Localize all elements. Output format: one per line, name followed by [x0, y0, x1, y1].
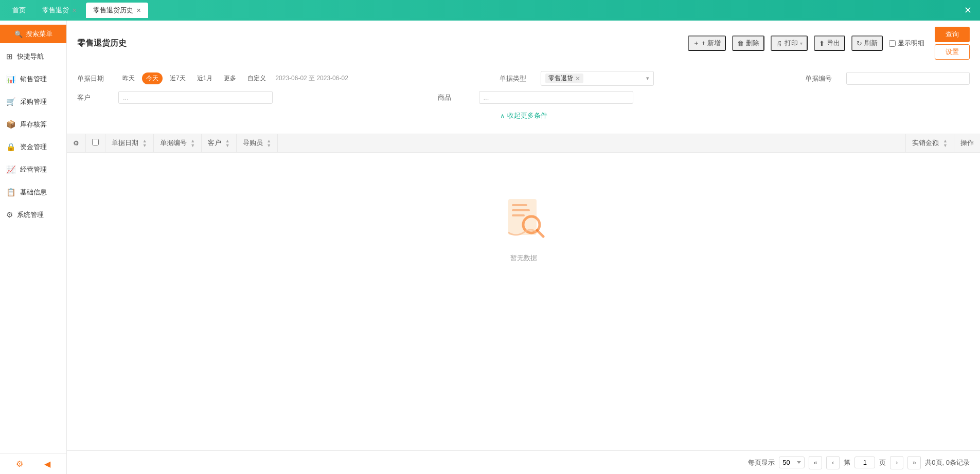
- show-detail-checkbox[interactable]: [889, 40, 896, 47]
- doc-number-input[interactable]: [846, 72, 970, 85]
- doc-type-label: 单据类型: [500, 74, 541, 83]
- prev-page-button[interactable]: ‹: [826, 456, 840, 469]
- top-bar: 首页 零售退货 ✕ 零售退货历史 ✕ ✕: [0, 0, 980, 21]
- doc-type-value: 零售退货: [548, 74, 573, 83]
- customer-label: 客户: [77, 93, 118, 102]
- refresh-button[interactable]: ↻ 刷新: [851, 35, 883, 51]
- tab-retail-return[interactable]: 零售退货 ✕: [35, 3, 84, 18]
- refresh-icon: ↻: [857, 40, 862, 47]
- settings-icon[interactable]: ⚙: [73, 139, 79, 147]
- doc-type-remove-icon[interactable]: ✕: [575, 75, 580, 82]
- inventory-icon: 📦: [6, 120, 16, 129]
- tab-retail-return-close[interactable]: ✕: [72, 7, 77, 14]
- basic-info-icon: 📋: [6, 188, 16, 197]
- th-doc-date[interactable]: 单据日期 ▲▼: [105, 134, 154, 152]
- svg-rect-1: [512, 204, 527, 206]
- print-label: 打印: [785, 39, 798, 48]
- sales-icon: 📊: [6, 75, 16, 84]
- customer-input[interactable]: [118, 91, 273, 104]
- sidebar-item-sys-mgmt[interactable]: ⚙ 系统管理: [0, 204, 66, 226]
- page-label-prefix: 第: [844, 458, 850, 467]
- purchase-icon: 🛒: [6, 97, 16, 106]
- new-button[interactable]: ＋ + 新增: [688, 35, 726, 51]
- sidebar-item-quick-nav-label: 快捷导航: [17, 52, 44, 61]
- total-text: 共0页, 0条记录: [925, 458, 970, 467]
- th-settings[interactable]: ⚙: [67, 134, 86, 152]
- customer-sort-icon: ▲▼: [225, 139, 230, 148]
- th-doc-date-label: 单据日期: [112, 139, 138, 147]
- th-customer[interactable]: 客户 ▲▼: [202, 134, 237, 152]
- sidebar-item-sales-mgmt[interactable]: 📊 销售管理: [0, 68, 66, 90]
- empty-state: 暂无数据: [67, 153, 980, 304]
- sidebar-item-inventory-calc[interactable]: 📦 库存核算: [0, 113, 66, 136]
- empty-text: 暂无数据: [510, 253, 537, 263]
- date-btn-custom[interactable]: 自定义: [243, 72, 270, 84]
- sidebar-item-fund-label: 资金管理: [20, 142, 47, 152]
- th-spacer: [278, 134, 906, 152]
- th-customer-label: 客户: [208, 139, 221, 147]
- next-page-button[interactable]: ›: [890, 456, 903, 469]
- table-wrapper: ⚙ 单据日期 ▲▼ 单据编号 ▲▼: [67, 134, 980, 450]
- show-detail-label: 显示明细: [898, 39, 924, 48]
- doc-type-select[interactable]: 零售退货 ✕ ▾: [541, 71, 654, 86]
- th-checkbox[interactable]: [86, 134, 105, 152]
- date-btn-yesterday[interactable]: 昨天: [118, 72, 139, 84]
- search-icon: 🔍: [14, 30, 23, 38]
- doc-type-tag: 零售退货 ✕: [545, 74, 583, 83]
- export-button[interactable]: ⬆ 导出: [814, 35, 845, 51]
- date-btn-today[interactable]: 今天: [142, 72, 163, 84]
- page-header: 零售退货历史 ＋ + 新增 🗑 删除 🖨 打印 ▾: [67, 21, 980, 134]
- amount-sort-icon: ▲▼: [943, 139, 948, 148]
- tab-retail-return-label: 零售退货: [42, 6, 69, 15]
- fund-icon: 🔒: [6, 142, 16, 152]
- tab-home[interactable]: 首页: [5, 3, 33, 18]
- collapse-sidebar-icon[interactable]: ◀: [44, 459, 50, 469]
- sidebar-search[interactable]: 🔍 搜索菜单: [0, 25, 66, 43]
- select-all-checkbox[interactable]: [92, 139, 99, 145]
- sidebar-item-purchase-mgmt[interactable]: 🛒 采购管理: [0, 90, 66, 113]
- first-page-button[interactable]: «: [809, 456, 822, 469]
- th-guide-label: 导购员: [243, 139, 263, 147]
- data-table: ⚙ 单据日期 ▲▼ 单据编号 ▲▼: [67, 134, 980, 153]
- page-number-input[interactable]: [854, 457, 875, 468]
- delete-button[interactable]: 🗑 删除: [732, 35, 764, 51]
- sidebar-item-ops-mgmt[interactable]: 📈 经营管理: [0, 158, 66, 181]
- print-button[interactable]: 🖨 打印 ▾: [771, 35, 808, 51]
- page-label-suffix: 页: [879, 458, 886, 467]
- sidebar-item-inventory-label: 库存核算: [20, 120, 47, 129]
- settings-button[interactable]: 设置: [935, 44, 970, 60]
- query-button[interactable]: 查询: [935, 27, 970, 42]
- collapse-button[interactable]: ∧ 收起更多条件: [500, 111, 547, 120]
- tab-retail-return-history[interactable]: 零售退货历史 ✕: [86, 3, 148, 18]
- sidebar-item-basic-info[interactable]: 📋 基础信息: [0, 181, 66, 204]
- refresh-label: 刷新: [864, 39, 878, 48]
- date-btn-more[interactable]: 更多: [220, 72, 240, 84]
- goods-label: 商品: [438, 93, 479, 102]
- sidebar-bottom: ⚙ ◀: [0, 453, 66, 474]
- sidebar-item-quick-nav[interactable]: ⊞ 快捷导航: [0, 45, 66, 68]
- sys-icon: ⚙: [6, 210, 13, 220]
- date-group: 昨天 今天 近7天 近1月 更多 自定义 2023-06-02 至 2023-0…: [118, 72, 348, 84]
- date-btn-7days[interactable]: 近7天: [166, 72, 190, 84]
- sidebar-item-fund-mgmt[interactable]: 🔒 资金管理: [0, 136, 66, 158]
- main-content: 零售退货历史 ＋ + 新增 🗑 删除 🖨 打印 ▾: [67, 21, 980, 474]
- layout: 🔍 搜索菜单 ⊞ 快捷导航 📊 销售管理 🛒 采购管理 📦 库存核算 🔒 资金管…: [0, 21, 980, 474]
- th-doc-number[interactable]: 单据编号 ▲▼: [153, 134, 202, 152]
- export-label: 导出: [827, 39, 840, 48]
- tab-retail-return-history-close[interactable]: ✕: [136, 7, 141, 14]
- date-btn-1month[interactable]: 近1月: [193, 72, 217, 84]
- filter-row-2: 客户 商品: [77, 91, 970, 104]
- window-close-button[interactable]: ✕: [964, 6, 972, 15]
- th-amount[interactable]: 实销金额 ▲▼: [906, 134, 954, 152]
- settings-bottom-icon[interactable]: ⚙: [16, 459, 23, 469]
- svg-line-5: [537, 230, 543, 236]
- last-page-button[interactable]: »: [907, 456, 921, 469]
- empty-illustration: [498, 194, 549, 245]
- th-guide[interactable]: 导购员 ▲▼: [236, 134, 278, 152]
- page-size-select[interactable]: 50 10 20 100: [779, 457, 805, 468]
- goods-input[interactable]: [479, 91, 633, 104]
- tab-home-label: 首页: [12, 6, 26, 15]
- new-label: + 新增: [702, 39, 721, 48]
- sidebar-item-purchase-label: 采购管理: [20, 97, 47, 106]
- svg-rect-3: [512, 214, 525, 216]
